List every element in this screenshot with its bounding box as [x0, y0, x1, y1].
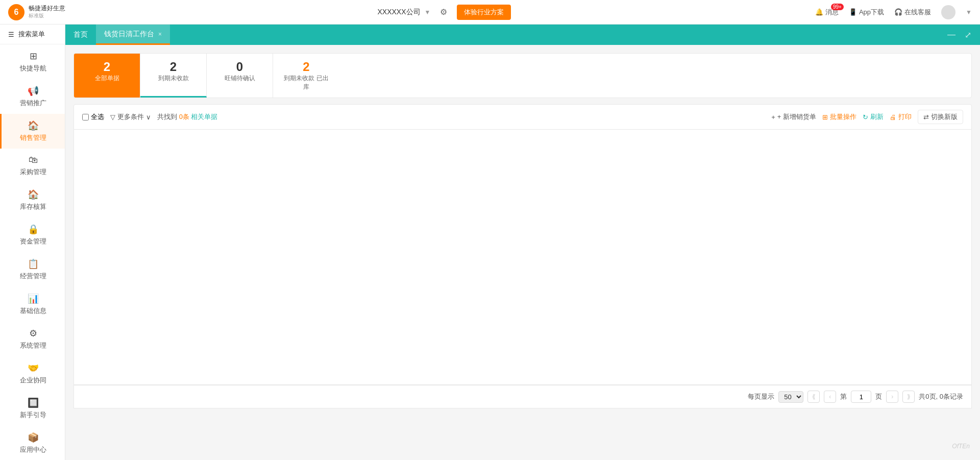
print-icon: 🖨	[890, 113, 896, 121]
tab-close-icon[interactable]: ×	[158, 31, 162, 38]
logo-title: 畅捷通好生意	[29, 5, 65, 12]
page-next-button[interactable]: ›	[886, 391, 898, 403]
batch-label: 批量操作	[830, 112, 856, 122]
operations-icon: 📋	[28, 258, 39, 270]
per-page-label: 每页显示	[748, 392, 774, 401]
tab-active[interactable]: 钱货日清工作台 ×	[96, 25, 170, 45]
per-page-select[interactable]: 50	[778, 391, 803, 403]
online-service-label: 在线客服	[904, 8, 931, 17]
sidebar-label-enterprise: 企业协同	[20, 376, 46, 385]
sidebar-label-guide: 新手引导	[20, 410, 46, 420]
sidebar-label-basic-info: 基础信息	[20, 306, 46, 316]
page-last-button[interactable]: ⟫	[902, 391, 915, 403]
main-content: 2 全部单据 2 到期未收款 0 旺铺待确认 2 到期未收款 已出库 全选 ▽ …	[65, 45, 980, 460]
select-all-input[interactable]	[82, 114, 89, 120]
page-first-button[interactable]: ⟪	[807, 391, 820, 403]
add-sales-button[interactable]: + + 新增销货单	[771, 112, 816, 122]
logo-sub: 标准版	[29, 12, 65, 19]
sidebar-label-operations: 经营管理	[20, 272, 46, 281]
header-right: 🔔 消息 99+ 📱 App下载 🎧 在线客服 ▼	[815, 5, 972, 19]
sales-icon: 🏠	[28, 120, 39, 131]
stat-tab-all[interactable]: 2 全部单据	[74, 54, 140, 98]
sidebar-item-quick-nav[interactable]: ⊞ 快捷导航	[0, 44, 65, 79]
page-total: 共0页, 0条记录	[919, 392, 963, 401]
marketing-icon: 📢	[28, 85, 39, 96]
sidebar-search-label: 搜索菜单	[18, 30, 45, 39]
select-all-checkbox[interactable]: 全选	[82, 112, 104, 122]
online-service-button[interactable]: 🎧 在线客服	[894, 8, 931, 17]
sidebar: ☰ 搜索菜单 ⊞ 快捷导航 📢 营销推广 🏠 销售管理 🛍 采购管理 🏠 库存核…	[0, 25, 65, 460]
stat-label-all: 全部单据	[82, 74, 132, 83]
sidebar-item-system[interactable]: ⚙ 系统管理	[0, 322, 65, 356]
stat-tab-overdue-shipped[interactable]: 2 到期未收款 已出库	[273, 54, 339, 98]
related-link[interactable]: 相关单据	[191, 113, 217, 120]
page-prev-button[interactable]: ‹	[824, 391, 836, 403]
guide-icon: 🔲	[28, 397, 39, 408]
username-dropdown[interactable]: ▼	[966, 9, 972, 16]
refresh-icon: ↻	[863, 113, 868, 121]
sidebar-item-guide[interactable]: 🔲 新手引导	[0, 391, 65, 426]
toolbar-left: 全选 ▽ 更多条件 ∨ 共找到 0条 相关单据	[82, 112, 217, 122]
app-center-icon: 📦	[28, 432, 39, 443]
tab-minimize-button[interactable]: —	[945, 29, 958, 41]
sidebar-item-finance[interactable]: 🔒 资金管理	[0, 217, 65, 252]
sidebar-label-app-center: 应用中心	[20, 445, 46, 454]
stats-tabs: 2 全部单据 2 到期未收款 0 旺铺待确认 2 到期未收款 已出库	[74, 53, 972, 98]
tab-home[interactable]: 首页	[65, 25, 96, 45]
page-label: 第	[840, 392, 847, 401]
filter-button[interactable]: ▽ 更多条件 ∨	[110, 112, 151, 122]
bell-icon: 🔔	[815, 8, 823, 16]
sidebar-label-quick-nav: 快捷导航	[20, 64, 46, 73]
finance-icon: 🔒	[28, 224, 39, 235]
sidebar-label-purchase: 采购管理	[20, 167, 46, 177]
pagination: 每页显示 50 ⟪ ‹ 第 1 页 › ⟫ 共0页, 0条记录	[74, 385, 972, 408]
gear-icon: ⚙	[440, 7, 447, 17]
settings-button[interactable]: ⚙	[436, 5, 451, 19]
batch-icon: ⊞	[822, 113, 828, 121]
stat-label-pending: 旺铺待确认	[215, 74, 264, 83]
sidebar-label-finance: 资金管理	[20, 237, 46, 246]
phone-icon: 📱	[849, 8, 857, 16]
toolbar-right: + + 新增销货单 ⊞ 批量操作 ↻ 刷新 🖨 打印 ⇄ 切换新版	[771, 110, 963, 124]
sidebar-item-operations[interactable]: 📋 经营管理	[0, 252, 65, 287]
sidebar-item-app-center[interactable]: 📦 应用中心	[0, 426, 65, 460]
message-button[interactable]: 🔔 消息 99+	[815, 8, 839, 17]
refresh-button[interactable]: ↻ 刷新	[863, 112, 884, 122]
experience-button[interactable]: 体验行业方案	[457, 5, 511, 20]
switch-icon: ⇄	[923, 113, 929, 121]
sidebar-item-sales[interactable]: 🏠 销售管理	[0, 114, 65, 149]
sidebar-search[interactable]: ☰ 搜索菜单	[0, 25, 65, 44]
sidebar-item-inventory[interactable]: 🏠 库存核算	[0, 183, 65, 217]
sidebar-item-purchase[interactable]: 🛍 采购管理	[0, 149, 65, 183]
stat-tab-pending[interactable]: 0 旺铺待确认	[207, 54, 273, 98]
purchase-icon: 🛍	[29, 155, 38, 165]
batch-operation-button[interactable]: ⊞ 批量操作	[822, 112, 856, 122]
stat-tab-overdue[interactable]: 2 到期未收款	[140, 54, 207, 98]
watermark-text: OfTEn	[952, 443, 970, 450]
select-all-label: 全选	[91, 112, 104, 122]
sidebar-item-basic-info[interactable]: 📊 基础信息	[0, 287, 65, 322]
print-button[interactable]: 🖨 打印	[890, 112, 912, 122]
sidebar-item-enterprise[interactable]: 🤝 企业协同	[0, 356, 65, 391]
logo-icon: 6	[8, 4, 24, 20]
stat-num-overdue-shipped: 2	[281, 60, 331, 74]
found-text: 共找到 0条 相关单据	[157, 112, 217, 122]
headset-icon: 🎧	[894, 8, 902, 16]
sidebar-label-sales: 销售管理	[20, 133, 46, 142]
sidebar-item-marketing[interactable]: 📢 营销推广	[0, 79, 65, 114]
sidebar-label-system: 系统管理	[20, 341, 46, 350]
switch-version-button[interactable]: ⇄ 切换新版	[918, 110, 963, 124]
tab-maximize-button[interactable]: ⤢	[962, 29, 974, 41]
company-selector[interactable]: XXXXXX公司 ▼	[378, 8, 431, 17]
found-prefix: 共找到	[157, 113, 177, 120]
company-name: XXXXXX公司	[378, 8, 421, 17]
avatar[interactable]	[941, 5, 955, 19]
page-input[interactable]: 1	[851, 391, 871, 403]
quick-nav-icon: ⊞	[30, 51, 37, 62]
company-arrow-icon[interactable]: ▼	[425, 9, 431, 16]
logo-area: 6 畅捷通好生意 标准版	[8, 4, 74, 20]
app-download-button[interactable]: 📱 App下载	[849, 8, 884, 17]
enterprise-icon: 🤝	[28, 362, 39, 374]
message-badge: 99+	[831, 4, 844, 10]
print-label: 打印	[898, 112, 912, 122]
